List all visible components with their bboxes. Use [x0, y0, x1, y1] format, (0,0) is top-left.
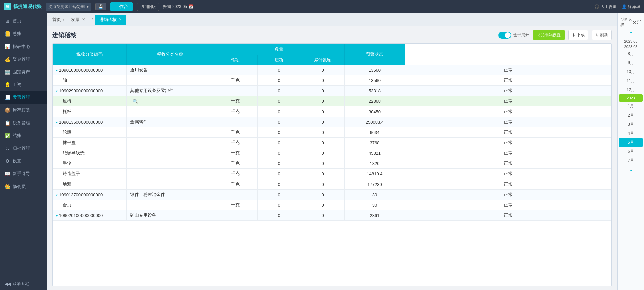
month-item[interactable]: 1月 — [618, 102, 644, 111]
cell-total: 30 — [344, 200, 405, 210]
product-code-button[interactable]: 商品编码设置 — [533, 30, 565, 40]
sidebar-item-checkout[interactable]: ✅ 结账 — [0, 129, 47, 142]
table-row: ▾109013600000000000金属铸件00250083.4正常 — [53, 117, 611, 127]
cell-status: 正常 — [405, 148, 611, 158]
logo-icon: 账 — [4, 3, 11, 10]
table-row: 绝缘导线壳千克0045821正常 — [53, 148, 611, 158]
table-header-row: 税收分类编码 税收分类名称 数量 预警状态 — [53, 44, 611, 55]
toggle-expand-switch[interactable] — [498, 32, 511, 39]
workbench-button[interactable]: 工作台 — [110, 2, 133, 11]
cell-name — [126, 75, 214, 86]
sidebar-item-settings[interactable]: ⚙ 设置 — [0, 155, 47, 167]
sidebar-item-invoice[interactable]: 🧾 发票管理 — [0, 91, 47, 104]
cell-name — [126, 148, 214, 158]
sidebar-label-archive: 归档管理 — [13, 145, 30, 151]
refresh-button[interactable]: ↻ 刷新 — [592, 30, 612, 40]
cell-name — [126, 179, 214, 190]
tab-invoice-close[interactable]: ✕ — [82, 17, 85, 22]
month-item[interactable]: 12月 — [618, 85, 644, 94]
cell-total: 45821 — [344, 148, 405, 158]
month-item[interactable]: 11月 — [618, 76, 644, 85]
tab-invoice[interactable]: 发票 ✕ — [66, 15, 90, 25]
cell-name — [126, 158, 214, 169]
expand-icon[interactable]: ▾ — [56, 69, 58, 72]
expand-icon[interactable]: ▾ — [56, 214, 58, 218]
tax-icon: 📋 — [5, 120, 10, 126]
panel-expand-button[interactable]: ⛶ — [637, 20, 641, 25]
sidebar-item-vip[interactable]: 👑 畅会员 — [0, 180, 47, 193]
sidebar-label-guide: 新手引导 — [13, 171, 30, 177]
sidebar-item-inventory[interactable]: 📦 库存核算 — [0, 104, 47, 117]
sidebar-item-archive[interactable]: 🗂 归档管理 — [0, 142, 47, 155]
cell-purchase: 0 — [301, 86, 344, 96]
cell-total: 250083.4 — [344, 117, 405, 127]
sidebar-label-funds: 资金管理 — [13, 56, 30, 62]
period-label: 账期 — [163, 4, 171, 10]
month-item[interactable]: 4月 — [618, 129, 644, 138]
table-row: 地漏千克00177230正常 — [53, 179, 611, 190]
cell-purchase: 0 — [301, 127, 344, 138]
guide-icon: 📖 — [5, 171, 10, 176]
table-row: ▾109013700000000000锻件、粉末冶金件0030正常 — [53, 190, 611, 200]
month-item[interactable]: 3月 — [618, 120, 644, 129]
salary-icon: 👷 — [5, 82, 10, 87]
search-icon[interactable]: 🔍 — [133, 99, 138, 104]
sidebar-item-salary[interactable]: 👷 工资 — [0, 78, 47, 91]
cell-sales: 0 — [257, 106, 301, 117]
period-row[interactable]: 2023.05 — [618, 39, 644, 44]
save-button[interactable]: 💾 — [95, 3, 106, 10]
cell-code: 手轮 — [53, 158, 126, 169]
sidebar-item-tax[interactable]: 📋 税务管理 — [0, 117, 47, 129]
month-item[interactable]: 6月 — [618, 147, 644, 156]
month-item[interactable]: 7月 — [618, 156, 644, 165]
cell-purchase: 0 — [301, 65, 344, 75]
period-value: 2023-05 — [172, 4, 187, 9]
th-name: 税收分类名称 — [126, 44, 214, 65]
calendar-icon[interactable]: 📅 — [189, 4, 194, 9]
cell-sales: 0 — [257, 200, 301, 210]
assets-icon: 🏢 — [5, 69, 10, 75]
cell-sales: 0 — [257, 169, 301, 179]
month-item[interactable]: 9月 — [618, 58, 644, 67]
scroll-down-arrow[interactable]: ⌄ — [618, 165, 644, 174]
expand-icon[interactable]: ▾ — [56, 89, 58, 93]
help-button[interactable]: 🎧 人工咨询 — [594, 4, 617, 10]
cell-sales: 0 — [257, 190, 301, 200]
cell-name: 锻件、粉末冶金件 — [126, 190, 214, 200]
cell-unit: 千克 — [214, 75, 257, 86]
company-selector[interactable]: 沈海英测试经营勿删 ▾ — [46, 3, 91, 11]
sidebar-item-funds[interactable]: 💰 资金管理 — [0, 53, 47, 66]
cell-unit: 千克 — [214, 169, 257, 179]
expand-icon[interactable]: ▾ — [56, 121, 58, 124]
panel-close-button[interactable]: ✕ — [633, 20, 636, 25]
content-area: 首页 / 发票 ✕ / 进销稽核 ✕ 进销稽核 全部展开 — [47, 13, 617, 290]
user-area[interactable]: 👤 徐泽华 — [622, 4, 640, 10]
month-item[interactable]: 8月 — [618, 49, 644, 58]
scroll-up-arrow[interactable]: ⌃ — [618, 29, 644, 39]
month-item[interactable]: 10月 — [618, 67, 644, 76]
archive-icon: 🗂 — [5, 146, 10, 151]
download-button[interactable]: ⬇ 下载 — [568, 30, 588, 40]
old-version-button[interactable]: 切到旧版 — [137, 3, 159, 11]
month-item[interactable]: 2月 — [618, 111, 644, 120]
period-row[interactable]: 2023.05 — [618, 44, 644, 49]
tab-home[interactable]: 首页 — [52, 17, 61, 23]
cell-code: ▾109029900000000000 — [53, 86, 126, 96]
cell-code: 轮毂 — [53, 127, 126, 138]
tab-reconcile[interactable]: 进销稽核 ✕ — [95, 15, 126, 25]
tab-reconcile-close[interactable]: ✕ — [119, 17, 122, 22]
sidebar-item-ledger[interactable]: 📒 总账 — [0, 27, 47, 40]
year-marker[interactable]: 2023 — [619, 94, 643, 102]
sidebar-item-reports[interactable]: 📊 报表中心 — [0, 40, 47, 53]
month-item[interactable]: 5月 — [619, 138, 643, 147]
sidebar-item-home[interactable]: ⊞ 首页 — [0, 15, 47, 27]
cell-name — [126, 106, 214, 117]
sidebar-item-guide[interactable]: 📖 新手引导 — [0, 167, 47, 180]
cell-status: 正常 — [405, 190, 611, 200]
cell-sales: 0 — [257, 148, 301, 158]
expand-icon[interactable]: ▾ — [56, 193, 58, 197]
sidebar-item-assets[interactable]: 🏢 固定资产 — [0, 66, 47, 78]
sidebar-unpin[interactable]: ◀◀ 取消固定 — [0, 278, 47, 290]
cell-status: 正常 — [405, 117, 611, 127]
sidebar-label-inventory: 库存核算 — [13, 107, 30, 113]
